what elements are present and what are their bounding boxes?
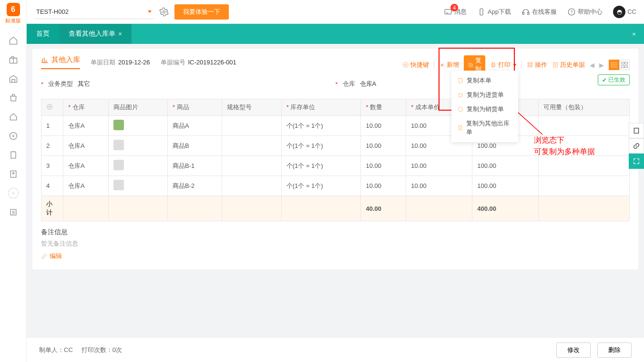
row-index: 4 bbox=[41, 176, 63, 196]
row-cost: 10.00 bbox=[406, 176, 472, 196]
row-image bbox=[108, 156, 167, 176]
subtotal-qty: 40.00 bbox=[361, 196, 406, 221]
nav-price-icon[interactable]: ¥ bbox=[4, 126, 23, 145]
remark-edit-link[interactable]: 编辑 bbox=[41, 252, 62, 260]
svg-rect-9 bbox=[445, 9, 451, 14]
nav-warehouse-icon[interactable] bbox=[4, 69, 23, 88]
user-menu[interactable]: ◓ CC bbox=[613, 6, 636, 18]
th-unit: 库存单位 bbox=[281, 99, 361, 116]
view-toggle bbox=[609, 60, 630, 70]
help-center-label: 帮助中心 bbox=[578, 8, 603, 16]
th-image: 商品图片 bbox=[108, 99, 167, 116]
subtotal-label: 小计 bbox=[41, 196, 63, 221]
view-card-icon[interactable] bbox=[619, 60, 630, 70]
nav-custom-icon[interactable] bbox=[4, 184, 23, 203]
table-row[interactable]: 1 仓库A 商品A 个(1个 = 1个) 10.00 10.00 100.00 bbox=[41, 116, 630, 136]
nav-clipboard-icon[interactable] bbox=[4, 145, 23, 165]
next-button[interactable]: ▶ bbox=[599, 62, 604, 69]
prev-button[interactable]: ◀ bbox=[590, 62, 594, 69]
copy-this-item[interactable]: 复制本单 bbox=[451, 73, 518, 88]
svg-point-8 bbox=[163, 10, 165, 13]
tab-detail[interactable]: 查看其他入库单 × bbox=[59, 24, 132, 44]
nav-home-icon[interactable] bbox=[4, 31, 23, 50]
brand-logo[interactable]: 6 标准版 bbox=[5, 3, 21, 24]
topbar: TEST-H002 我要体验一下 消息 4 App下载 bbox=[27, 0, 644, 24]
app-download-link[interactable]: App下载 bbox=[477, 8, 511, 16]
row-qty: 10.00 bbox=[361, 176, 406, 196]
tab-detail-label: 查看其他入库单 bbox=[69, 30, 115, 38]
th-product: 商品 bbox=[168, 99, 222, 116]
float-link-icon[interactable] bbox=[629, 138, 644, 154]
prints-value: 0次 bbox=[112, 346, 122, 353]
row-index: 3 bbox=[41, 156, 63, 176]
help-center-link[interactable]: ? 帮助中心 bbox=[567, 8, 603, 16]
copy-as-purchase-label: 复制为进货单 bbox=[467, 91, 504, 99]
nav-new-icon[interactable]: 新 bbox=[4, 203, 23, 222]
nav-bag-icon[interactable] bbox=[4, 88, 23, 107]
svg-point-16 bbox=[405, 64, 407, 66]
svg-rect-18 bbox=[469, 63, 472, 66]
view-list-icon[interactable] bbox=[609, 60, 619, 70]
shortcut-button[interactable]: 快捷键 bbox=[402, 61, 429, 69]
delete-button[interactable]: 删除 bbox=[597, 342, 632, 358]
shortcut-label: 快捷键 bbox=[410, 61, 429, 69]
th-available: 可用量（包装） bbox=[539, 99, 630, 116]
tabstrip-close-all[interactable]: × bbox=[624, 24, 644, 44]
tab-close-icon[interactable]: × bbox=[118, 30, 122, 38]
modify-button[interactable]: 修改 bbox=[556, 342, 591, 358]
float-expand-icon[interactable] bbox=[629, 154, 644, 169]
row-image bbox=[108, 136, 167, 156]
copy-as-sale-item[interactable]: 复制为销货单 bbox=[451, 102, 518, 116]
store-select-value: TEST-H002 bbox=[36, 8, 69, 15]
nav-house-icon[interactable] bbox=[4, 107, 23, 126]
online-service-link[interactable]: 在线客服 bbox=[521, 8, 557, 16]
svg-rect-28 bbox=[625, 62, 628, 64]
store-select[interactable]: TEST-H002 bbox=[34, 5, 153, 19]
svg-text:新: 新 bbox=[11, 211, 15, 214]
new-button[interactable]: ＋ 新增 bbox=[439, 61, 459, 69]
table-row[interactable]: 3 仓库A 商品B-1 个(1个 = 1个) 10.00 10.00 100.0… bbox=[41, 156, 630, 176]
messages-link[interactable]: 消息 4 bbox=[444, 8, 467, 16]
tab-home[interactable]: 首页 bbox=[27, 24, 59, 44]
row-spec bbox=[222, 116, 281, 136]
row-cost: 10.00 bbox=[406, 156, 472, 176]
document-toolbar: 快捷键 ＋ 新增 复制 打印 bbox=[402, 55, 630, 74]
remark-edit-label: 编辑 bbox=[50, 252, 62, 260]
experience-button[interactable]: 我要体验一下 bbox=[174, 4, 229, 20]
product-image-icon bbox=[113, 160, 124, 170]
copy-as-purchase-item[interactable]: 复制为进货单 bbox=[451, 88, 518, 102]
operations-button[interactable]: 操作 bbox=[527, 61, 547, 69]
svg-rect-3 bbox=[11, 152, 16, 158]
nav-profile-icon[interactable] bbox=[4, 165, 23, 184]
doc-date: 单据日期2019-12-26 bbox=[91, 58, 150, 67]
history-button[interactable]: 历史单据 bbox=[552, 61, 585, 69]
row-product: 商品B bbox=[168, 136, 222, 156]
row-spec bbox=[222, 156, 281, 176]
copy-as-other-out-item[interactable]: 复制为其他出库单 bbox=[451, 116, 518, 139]
gear-icon[interactable] bbox=[159, 7, 169, 17]
print-button[interactable]: 打印 bbox=[490, 61, 517, 69]
th-qty: 数量 bbox=[361, 99, 406, 116]
row-unit: 个(1个 = 1个) bbox=[281, 116, 361, 136]
subtotal-amount: 400.00 bbox=[472, 196, 539, 221]
history-label: 历史单据 bbox=[560, 61, 585, 69]
row-warehouse: 仓库A bbox=[63, 176, 109, 196]
nav-gift-icon[interactable] bbox=[4, 50, 23, 69]
table-row[interactable]: 4 仓库A 商品B-2 个(1个 = 1个) 10.00 10.00 100.0… bbox=[41, 176, 630, 196]
float-note-icon[interactable] bbox=[629, 123, 644, 138]
svg-rect-31 bbox=[459, 78, 462, 83]
row-product: 商品B-2 bbox=[168, 176, 222, 196]
messages-badge: 4 bbox=[450, 4, 458, 11]
page-content: 其他入库 单据日期2019-12-26 单据编号IC-20191226-001 … bbox=[27, 44, 644, 362]
row-warehouse: 仓库A bbox=[63, 136, 109, 156]
float-tools bbox=[629, 123, 644, 169]
logo-icon: 6 bbox=[7, 3, 20, 16]
gear-column-icon[interactable] bbox=[41, 99, 63, 116]
warehouse-label: 仓库 bbox=[343, 80, 355, 88]
svg-point-32 bbox=[458, 107, 462, 111]
plus-icon: ＋ bbox=[439, 61, 445, 69]
row-warehouse: 仓库A bbox=[63, 116, 109, 136]
svg-text:?: ? bbox=[571, 10, 573, 14]
document-title-tab[interactable]: 其他入库 bbox=[41, 55, 80, 69]
prints-label: 打印次数： bbox=[82, 346, 112, 353]
